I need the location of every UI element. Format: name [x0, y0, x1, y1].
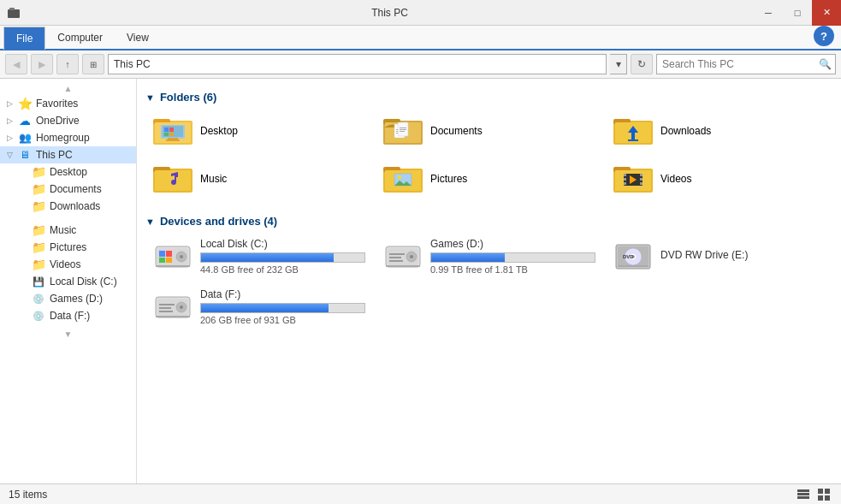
folder-label: Desktop	[200, 125, 238, 137]
svg-rect-78	[159, 307, 171, 309]
minimize-button[interactable]: ─	[754, 0, 783, 26]
svg-rect-65	[386, 265, 420, 267]
address-path[interactable]: This PC	[108, 54, 607, 74]
folder-item-videos[interactable]: Videos	[606, 157, 832, 201]
titlebar-left	[7, 6, 26, 20]
downloads-folder-icon: 📁	[31, 200, 46, 212]
folders-section-header[interactable]: ▼ Folders (6)	[145, 84, 832, 109]
sidebar-item-homegroup[interactable]: ▷ 👥 Homegroup	[0, 129, 136, 146]
device-item-gamesd[interactable]: Games (D:) 0.99 TB free of 1.81 TB	[376, 233, 602, 280]
tab-view[interactable]: View	[115, 27, 161, 49]
sidebar-item-downloads[interactable]: 📁 Downloads	[0, 198, 136, 215]
svg-rect-22	[400, 129, 406, 130]
folder-item-desktop[interactable]: Desktop	[145, 109, 372, 153]
sidebar-item-label: Local Disk (C:)	[50, 276, 117, 288]
sidebar-item-favorites[interactable]: ▷ ⭐ Favorites	[0, 95, 136, 112]
hdd-icon-c	[152, 240, 193, 274]
folder-item-music[interactable]: Music	[145, 157, 372, 201]
svg-rect-51	[159, 251, 165, 257]
sidebar-item-onedrive[interactable]: ▷ ☁ OneDrive	[0, 112, 136, 129]
view-toggle-button[interactable]: ⊞	[82, 54, 104, 74]
videos-folder-icon: 📁	[31, 258, 46, 270]
svg-rect-87	[825, 495, 830, 501]
search-icon[interactable]: 🔍	[814, 54, 835, 74]
back-icon: ◀	[13, 59, 20, 70]
sidebar-item-label: This PC	[36, 149, 73, 161]
help-button[interactable]: ?	[814, 26, 834, 46]
titlebar: This PC ─ □ ✕	[0, 0, 841, 26]
folder-label: Music	[200, 173, 227, 185]
folder-item-pictures[interactable]: Pictures	[376, 157, 602, 201]
favorites-icon: ⭐	[17, 98, 33, 110]
device-item-dataf[interactable]: Data (F:) 206 GB free of 931 GB	[145, 283, 372, 330]
sidebar-item-label: Music	[50, 224, 76, 236]
close-button[interactable]: ✕	[812, 0, 841, 26]
refresh-button[interactable]: ↻	[631, 54, 653, 74]
sidebar-item-gamesd[interactable]: 💿 Games (D:)	[0, 290, 136, 307]
sidebar-item-documents[interactable]: 📁 Documents	[0, 181, 136, 198]
tab-computer[interactable]: Computer	[45, 27, 115, 49]
tab-file[interactable]: File	[3, 27, 45, 50]
sidebar-item-localc[interactable]: 💾 Local Disk (C:)	[0, 273, 136, 290]
search-input[interactable]	[657, 58, 814, 70]
svg-point-76	[180, 305, 183, 309]
details-view-button[interactable]	[795, 486, 812, 503]
gamesd-icon: 💿	[31, 293, 46, 305]
spacer	[0, 215, 136, 222]
sidebar-item-dataf[interactable]: 💿 Data (F:)	[0, 307, 136, 324]
svg-rect-11	[164, 133, 169, 136]
devices-section-header[interactable]: ▼ Devices and drives (4)	[145, 208, 832, 233]
folder-item-documents[interactable]: Documents	[376, 109, 602, 153]
folder-label: Pictures	[430, 173, 467, 185]
back-button[interactable]: ◀	[5, 54, 27, 74]
sidebar-item-thispc[interactable]: ▽ 🖥 This PC	[0, 146, 136, 163]
svg-rect-52	[166, 251, 172, 257]
sidebar-item-label: Favorites	[36, 98, 78, 110]
svg-rect-57	[156, 265, 190, 267]
folder-svg-documents	[382, 114, 423, 146]
sidebar-item-desktop[interactable]: 📁 Desktop	[0, 163, 136, 181]
svg-rect-23	[400, 131, 405, 132]
device-item-localc[interactable]: Local Disk (C:) 44.8 GB free of 232 GB	[145, 233, 372, 280]
devices-grid: Local Disk (C:) 44.8 GB free of 232 GB	[145, 233, 832, 330]
sidebar-item-pictures[interactable]: 📁 Pictures	[0, 239, 136, 256]
svg-rect-85	[825, 489, 830, 494]
up-button[interactable]: ↑	[56, 54, 79, 74]
sidebar-item-label: Documents	[50, 183, 102, 195]
svg-rect-9	[164, 127, 169, 132]
device-space-c: 44.8 GB free of 232 GB	[200, 264, 365, 275]
forward-button[interactable]: ▶	[31, 54, 53, 74]
device-space-d: 0.99 TB free of 1.81 TB	[430, 264, 595, 275]
svg-rect-46	[640, 178, 643, 181]
collapse-arrow: ▼	[145, 92, 155, 103]
device-item-dvde[interactable]: DVD DVD RW Drive (E:)	[606, 233, 832, 280]
progress-fill-f	[201, 304, 329, 312]
svg-rect-72	[618, 265, 649, 267]
videos-folder-icon	[613, 162, 654, 196]
svg-rect-28	[628, 139, 638, 141]
dvd-icon-e: DVD	[613, 240, 654, 274]
device-name-e: DVD RW Drive (E:)	[660, 249, 826, 261]
folders-grid: Desktop	[145, 109, 832, 201]
pictures-folder-icon	[382, 162, 423, 196]
maximize-button[interactable]: □	[783, 0, 812, 26]
sidebar-item-videos[interactable]: 📁 Videos	[0, 256, 136, 273]
folder-svg-videos	[613, 162, 654, 194]
folder-svg-music	[152, 162, 193, 194]
folder-item-downloads[interactable]: Downloads	[606, 109, 832, 153]
progress-fill-d	[431, 253, 505, 262]
svg-rect-79	[159, 311, 173, 312]
items-count: 15 items	[9, 489, 47, 501]
collapse-arrow: ▼	[145, 216, 155, 227]
large-icons-view-button[interactable]	[815, 486, 832, 503]
sidebar-item-music[interactable]: 📁 Music	[0, 222, 136, 239]
address-dropdown[interactable]: ▾	[610, 54, 627, 74]
folder-svg-pictures	[382, 162, 423, 194]
window-controls: ─ □ ✕	[754, 0, 841, 26]
sidebar-item-label: Pictures	[50, 241, 86, 253]
progress-fill-c	[201, 253, 334, 262]
svg-rect-44	[624, 182, 626, 185]
svg-rect-53	[159, 258, 165, 263]
documents-folder-icon	[382, 114, 423, 148]
statusbar-right	[795, 486, 832, 503]
